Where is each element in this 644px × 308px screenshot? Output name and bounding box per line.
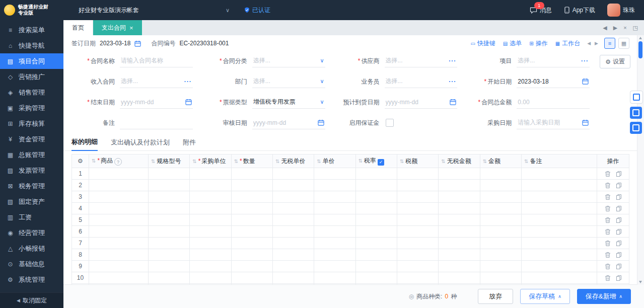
cell-tax-rate[interactable] xyxy=(355,168,397,180)
sidebar-item-project-contract[interactable]: ▤ 项目合同 xyxy=(0,53,63,69)
field-input[interactable]: 选择... ∨ ··· xyxy=(385,75,458,88)
cell-tax-amount[interactable] xyxy=(397,249,438,261)
detail-tab-payment-plan[interactable]: 支出确认及付款计划 xyxy=(111,138,170,150)
copy-row-icon[interactable] xyxy=(616,217,622,223)
cell-price-excl-tax[interactable] xyxy=(272,238,314,249)
cell-tax-rate[interactable] xyxy=(355,180,397,191)
sidebar-item-inventory[interactable]: ⊞ 库存核算 xyxy=(0,116,63,131)
cell-price-excl-tax[interactable] xyxy=(272,203,314,214)
cell-price-excl-tax[interactable] xyxy=(272,272,314,284)
cell-amount[interactable] xyxy=(480,214,521,226)
chevron-down-icon[interactable]: ∨ xyxy=(320,79,324,84)
cell-spec-model[interactable] xyxy=(149,238,190,249)
scroll-up-arrow[interactable] xyxy=(639,37,642,39)
cell-spec-model[interactable] xyxy=(149,191,190,203)
field-input[interactable]: 增值税专用发票 ∨ ··· xyxy=(252,96,325,109)
cell-amount[interactable] xyxy=(480,261,521,272)
view-toggle-list-view[interactable]: ≡ xyxy=(604,38,615,49)
cell-spec-model[interactable] xyxy=(149,261,190,272)
cell-tax-amount[interactable] xyxy=(397,191,438,203)
vertical-scrollbar[interactable] xyxy=(637,35,644,285)
sidebar-item-business[interactable]: ◉ 经营管理 xyxy=(0,225,63,241)
calendar-icon[interactable] xyxy=(582,119,589,126)
cell-unit-price[interactable] xyxy=(314,238,355,249)
copy-row-icon[interactable] xyxy=(616,252,622,258)
detail-tab-line-items[interactable]: 标的明细 xyxy=(71,137,98,151)
cell-amount-excl-tax[interactable] xyxy=(439,191,480,203)
cell-spec-model[interactable] xyxy=(149,203,190,214)
sidebar-item-tax[interactable]: ⊠ 税务管理 xyxy=(0,178,63,194)
cell-remark[interactable] xyxy=(522,168,597,180)
chevron-down-icon[interactable]: ∨ xyxy=(320,99,324,105)
cell-product[interactable] xyxy=(89,203,149,214)
cell-product[interactable] xyxy=(89,272,149,284)
more-options-icon[interactable]: ··· xyxy=(184,79,192,85)
cell-price-excl-tax[interactable] xyxy=(272,261,314,272)
calendar-icon[interactable] xyxy=(134,40,141,47)
cell-remark[interactable] xyxy=(522,272,597,284)
cell-amount[interactable] xyxy=(480,168,521,180)
column-header-tax-amount[interactable]: ⇅税额 xyxy=(397,155,438,168)
cell-amount[interactable] xyxy=(480,238,521,249)
sidebar-item-purchase[interactable]: ▣ 采购管理 xyxy=(0,100,63,116)
delete-row-icon[interactable] xyxy=(605,205,611,212)
cell-quantity[interactable] xyxy=(231,226,272,238)
field-input[interactable]: yyyy-mm-dd ∨ ··· xyxy=(385,96,458,109)
cell-tax-rate[interactable] xyxy=(355,214,397,226)
cell-remark[interactable] xyxy=(522,261,597,272)
cell-tax-amount[interactable] xyxy=(397,226,438,238)
field-input[interactable]: 0.00 ∨ ··· xyxy=(517,96,590,109)
detail-tab-attachments[interactable]: 附件 xyxy=(183,138,196,150)
sign-date-value[interactable]: 2023-03-18 xyxy=(100,40,130,47)
unpin-button[interactable]: ◀ 取消固定 xyxy=(0,292,63,308)
calendar-icon[interactable] xyxy=(318,119,324,126)
field-input[interactable]: 2023-03-18 ∨ ··· xyxy=(517,75,590,88)
close-tab-icon[interactable]: × xyxy=(129,24,133,32)
cell-remark[interactable] xyxy=(522,203,597,214)
column-settings-icon[interactable]: ⚙ xyxy=(78,158,83,165)
sidebar-item-basic-info[interactable]: ⊙ 基础信息 xyxy=(0,256,63,272)
view-toggle-card-view[interactable]: ▦ xyxy=(618,38,629,49)
sort-icon[interactable]: ⇅ xyxy=(275,159,279,164)
cell-quantity[interactable] xyxy=(231,191,272,203)
cell-price-excl-tax[interactable] xyxy=(272,214,314,226)
tab-control-close[interactable]: × xyxy=(623,25,626,31)
settings-button[interactable]: ⚙ 设置 xyxy=(600,55,630,68)
cell-quantity[interactable] xyxy=(231,272,272,284)
sort-icon[interactable]: ⇅ xyxy=(234,159,238,164)
sidebar-item-quick-nav[interactable]: ⌂ 快捷导航 xyxy=(0,38,63,53)
cell-unit-price[interactable] xyxy=(314,249,355,261)
cell-product[interactable] xyxy=(89,214,149,226)
cell-quantity[interactable] xyxy=(231,203,272,214)
field-input[interactable]: 选择... ∨ ··· xyxy=(252,54,325,67)
tab-control-prev[interactable]: ◀ xyxy=(603,25,607,31)
cell-amount-excl-tax[interactable] xyxy=(439,168,480,180)
cell-product[interactable] xyxy=(89,226,149,238)
column-header-settings[interactable]: ⚙ xyxy=(72,155,89,168)
delete-row-icon[interactable] xyxy=(605,263,611,270)
copy-row-icon[interactable] xyxy=(616,171,622,177)
cell-unit-price[interactable] xyxy=(314,272,355,284)
cell-product[interactable] xyxy=(89,180,149,191)
cell-amount[interactable] xyxy=(480,226,521,238)
cell-unit-price[interactable] xyxy=(314,168,355,180)
field-input[interactable]: 请输入合同名称 ∨ ··· xyxy=(120,54,193,67)
field-input[interactable]: 请输入采购日期 ∨ ··· xyxy=(517,116,590,129)
sort-icon[interactable]: ⇅ xyxy=(359,158,363,164)
cell-tax-amount[interactable] xyxy=(397,168,438,180)
cell-purchase-unit[interactable] xyxy=(190,191,231,203)
save-and-new-button[interactable]: 保存&新增∧ xyxy=(577,289,631,304)
cell-purchase-unit[interactable] xyxy=(190,180,231,191)
calendar-icon[interactable] xyxy=(450,99,456,105)
column-header-price-excl-tax[interactable]: ⇅无税单价 xyxy=(272,155,314,168)
delete-row-icon[interactable] xyxy=(605,182,611,189)
column-header-ops[interactable]: 操作 xyxy=(597,155,629,168)
cell-tax-amount[interactable] xyxy=(397,203,438,214)
field-input[interactable]: 选择... ∨ ··· xyxy=(120,75,193,88)
cell-unit-price[interactable] xyxy=(314,226,355,238)
cell-remark[interactable] xyxy=(522,249,597,261)
column-header-amount[interactable]: ⇅金额 xyxy=(480,155,521,168)
field-input[interactable]: yyyy-mm-dd ∨ ··· xyxy=(252,116,325,129)
sidebar-item-payroll[interactable]: ▥ 工资 xyxy=(0,209,63,225)
cell-purchase-unit[interactable] xyxy=(190,272,231,284)
